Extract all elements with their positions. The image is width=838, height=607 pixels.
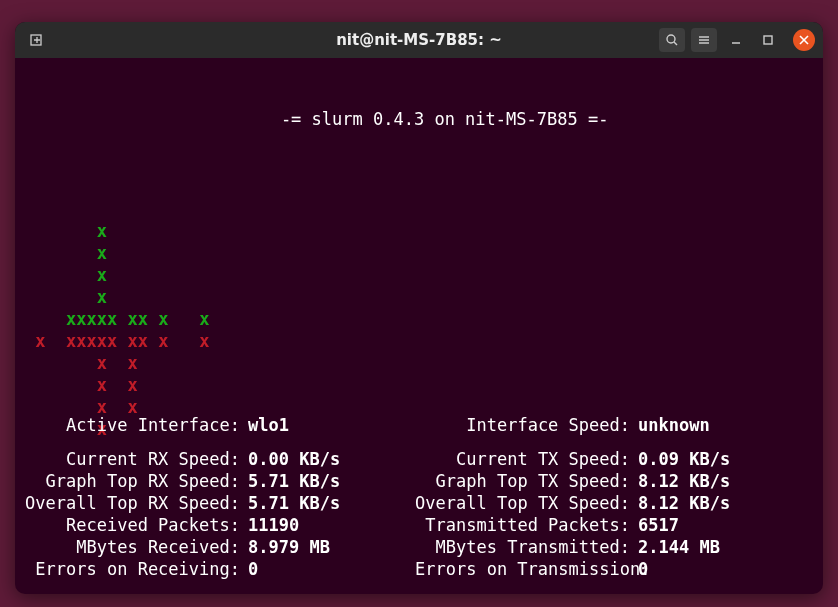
stat-label: MBytes Received: — [25, 536, 240, 558]
stat-label: Overall Top TX Speed: — [415, 492, 630, 514]
stats-block: Active Interface:wlo1Interface Speed:unk… — [25, 414, 813, 580]
svg-rect-9 — [764, 36, 772, 44]
stats-row: MBytes Received:8.979 MBMBytes Transmitt… — [25, 536, 813, 558]
maximize-button[interactable] — [755, 28, 781, 52]
close-button[interactable] — [793, 29, 815, 51]
stats-row: Graph Top RX Speed:5.71 KB/sGraph Top TX… — [25, 470, 813, 492]
traffic-graph: x x x x xxxxx xx x x x xxxxx xx x x x x … — [25, 220, 813, 440]
stat-label: Errors on Transmission: — [415, 558, 630, 580]
stat-value: 11190 — [248, 514, 299, 536]
graph-row: x — [25, 242, 813, 264]
titlebar-controls — [659, 28, 823, 52]
stat-value: 8.979 MB — [248, 536, 330, 558]
search-button[interactable] — [659, 28, 685, 52]
stat-value: 5.71 KB/s — [248, 470, 340, 492]
stat-label: Active Interface: — [25, 414, 240, 436]
minimize-button[interactable] — [723, 28, 749, 52]
stat-label: Received Packets: — [25, 514, 240, 536]
stat-value: unknown — [638, 414, 710, 436]
stat-label: Errors on Receiving: — [25, 558, 240, 580]
stat-value: 0.00 KB/s — [248, 448, 340, 470]
stat-label: Graph Top RX Speed: — [25, 470, 240, 492]
stat-label: Current TX Speed: — [415, 448, 630, 470]
terminal-content: -= slurm 0.4.3 on nit-MS-7B85 =- x x x x… — [15, 58, 823, 594]
stat-value: 0 — [248, 558, 258, 580]
stat-value: 5.71 KB/s — [248, 492, 340, 514]
stat-label: Current RX Speed: — [25, 448, 240, 470]
stats-row: Received Packets:11190Transmitted Packet… — [25, 514, 813, 536]
stat-label: Overall Top RX Speed: — [25, 492, 240, 514]
slurm-header: -= slurm 0.4.3 on nit-MS-7B85 =- — [25, 108, 813, 130]
stat-label: Interface Speed: — [415, 414, 630, 436]
stat-value: 8.12 KB/s — [638, 492, 730, 514]
graph-row: x — [25, 264, 813, 286]
terminal-window: nit@nit-MS-7B85: ~ -= slurm 0.4.3 on ni — [15, 22, 823, 594]
menu-button[interactable] — [691, 28, 717, 52]
stat-label: Transmitted Packets: — [415, 514, 630, 536]
stats-row: Current RX Speed:0.00 KB/sCurrent TX Spe… — [25, 448, 813, 470]
stats-row: Overall Top RX Speed:5.71 KB/sOverall To… — [25, 492, 813, 514]
stat-label: MBytes Transmitted: — [415, 536, 630, 558]
stat-value: 6517 — [638, 514, 679, 536]
graph-row: xxxxx xx x x — [25, 308, 813, 330]
graph-row: x x — [25, 374, 813, 396]
graph-row: x x — [25, 352, 813, 374]
graph-row: x — [25, 220, 813, 242]
stat-value: 0.09 KB/s — [638, 448, 730, 470]
stat-value: 0 — [638, 558, 648, 580]
new-tab-button[interactable] — [23, 28, 51, 52]
stat-value: 8.12 KB/s — [638, 470, 730, 492]
stat-label: Graph Top TX Speed: — [415, 470, 630, 492]
graph-row: x xxxxx xx x x — [25, 330, 813, 352]
graph-row: x — [25, 286, 813, 308]
stats-row: Errors on Receiving:0Errors on Transmiss… — [25, 558, 813, 580]
titlebar: nit@nit-MS-7B85: ~ — [15, 22, 823, 58]
stat-value: wlo1 — [248, 414, 289, 436]
svg-line-4 — [674, 42, 677, 45]
svg-point-3 — [667, 35, 675, 43]
stat-value: 2.144 MB — [638, 536, 720, 558]
stats-row: Active Interface:wlo1Interface Speed:unk… — [25, 414, 813, 436]
